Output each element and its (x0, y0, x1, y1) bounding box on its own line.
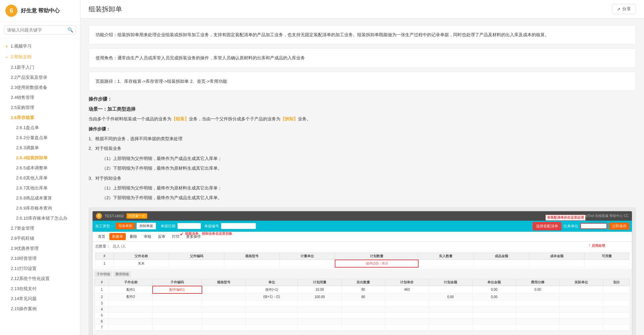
cell-product-amount (474, 260, 529, 267)
sidebar-item-install[interactable]: 2.2产品安装及登录 (11, 72, 80, 82)
intro-text-1: 功能介绍：组装拆卸单用来处理企业组装或拆卸等加工业务，支持有固定装配清单的产品加… (96, 31, 629, 39)
sidebar-item-cost-adjust[interactable]: 2.6.5成本调整单 (16, 163, 80, 173)
type-assembly-btn[interactable]: 组装单据 (116, 223, 135, 229)
table-row: 4 (95, 306, 630, 313)
sidebar-item-payment[interactable]: 2.13在线支付 (11, 284, 80, 294)
annotation-switch-label: 组装业务、拆卸业务在这里切换 (185, 231, 232, 236)
sub-tab-items[interactable]: 子件明细 (95, 271, 112, 277)
assembly-link[interactable]: 【组装】 (171, 116, 189, 121)
share-icon: ↗ (617, 7, 621, 12)
cell-cost-amount (529, 260, 584, 267)
col-unit: 计量单位 (280, 253, 335, 260)
app-window: 6 TEST-H002 同质量一次 AppTool 在线客服 帮助中心 CC 加… (92, 211, 632, 335)
nav-delete[interactable]: 删除 (127, 233, 140, 240)
col-product-amount: 成品金额 (474, 253, 529, 260)
search-icon[interactable]: 🔍 (67, 27, 73, 33)
nav-home[interactable]: 首页 (95, 233, 108, 240)
app-topbar-left: 6 TEST-H002 同质量一次 (96, 213, 147, 219)
col-spec: 规格型号 (224, 253, 280, 260)
warehouse-input[interactable] (580, 223, 607, 229)
share-button[interactable]: ↗ 分享 (612, 4, 636, 14)
window-header-left: 加工类型： 组装单据 拆卸单据 单据日期 2019-12-26 单据编号 AD-… (95, 223, 256, 229)
sidebar-item-inventory[interactable]: 2.6库存核算 (11, 113, 80, 123)
sidebar-item-custom[interactable]: 2.12系统个性化设置 (11, 274, 80, 284)
lower-table: # 子件名称 子件编码 规格型号 单位 计划用量 实出数量 计划单价 计划金额 (95, 279, 630, 331)
intro-block-1: 功能介绍：组装拆卸单用来处理企业组装或拆卸等加工业务，支持有固定装配清单的产品加… (89, 25, 636, 44)
sidebar-item-partial-stocktake[interactable]: 2.6.2分量盘点单 (16, 133, 80, 143)
app-type-select: 组装单据 拆卸单据 (116, 223, 156, 229)
date-input[interactable]: 2019-12-26 (177, 223, 201, 229)
sidebar-item-coupons[interactable]: 2.9优惠券管理 (11, 243, 80, 254)
table-row: 5 (95, 313, 630, 319)
sidebar-item-stocktake[interactable]: 2.6.1盘点单 (16, 123, 80, 133)
sidebar-item-data-prep[interactable]: 2.3使用前数据准备 (11, 82, 80, 93)
upper-table-area: # 父件名称 父件编码 规格型号 计量单位 计划数量 实入数量 成品金额 成本金… (93, 251, 632, 269)
billno-input[interactable]: AD-20191226-001 (221, 223, 256, 229)
sidebar-item-sales[interactable]: 2.4销售管理 (11, 93, 80, 103)
sidebar-item-help-docs[interactable]: − 2.帮助文档 (0, 52, 80, 62)
cell-unit (280, 260, 335, 267)
sidebar-item-operations[interactable]: 2.10经营管理 (11, 254, 80, 264)
cell-parent-name: 关木 (113, 260, 169, 267)
sub-tab-fee[interactable]: 费用明细 (113, 271, 131, 277)
form-annotation-area: 总数量： 总人 /人 ↙ 组装业务、拆卸业务在这里切换 ↑ 启用处理 (93, 242, 632, 251)
intro-text-2: 使用角色：通常由生产人员或库管人员完成拆装业务的操作，库管人员确认原材料的出库和… (96, 54, 629, 62)
sidebar-item-cost-recalc[interactable]: 2.6.8商品成本重算 (16, 193, 80, 203)
intro-block-3: 页面路径：1、库存核算->库存管理->组装拆卸单 2、首页->常用功能 (89, 72, 636, 91)
sidebar-item-faq[interactable]: 2.14常见问题 (11, 294, 80, 304)
table-row: 6 (95, 319, 630, 325)
app-nav-bar: 首页 新建单 删除 审核 反审 打印 更多操作 (93, 232, 632, 242)
table-row: 1 关木 按件(10)：/6.0 (96, 260, 629, 267)
nav-new[interactable]: 新建单 (109, 233, 126, 240)
screenshot-inner: 6 TEST-H002 同质量一次 AppTool 在线客服 帮助中心 CC 加… (89, 208, 636, 335)
step1-text: 1、根据不同的业务，选择不同单据的类型来处理 (89, 135, 636, 143)
sidebar-item-purchase[interactable]: 2.5采购管理 (11, 103, 80, 113)
app-topbar-text: TEST-H002 (105, 214, 124, 218)
sidebar-item-newuser[interactable]: 2.1新手入门 (11, 62, 80, 72)
lcol-plan-usage: 计划用量 (298, 279, 341, 286)
lcol-plan-price: 计划单价 (385, 279, 429, 286)
scene1-desc: 当由多个子件材料组装成一个成品的业务为【组装】业务，当由一个父件拆分成多个子产品… (89, 115, 636, 123)
sidebar-item-print[interactable]: 2.11打印设置 (11, 264, 80, 274)
sidebar-item-other-out[interactable]: 2.6.7其他出库单 (16, 183, 80, 193)
app-window-header: 加工类型： 组装单据 拆卸单据 单据日期 2019-12-26 单据编号 AD-… (93, 221, 632, 232)
window-header-right: 有装配清单的在这里处理 选择装配清单 往来单位 立即保存 (533, 222, 629, 230)
lcol-child-name: 子件名称 (109, 279, 153, 286)
sidebar-item-inventory-error[interactable]: 2.6.10库存账本错了怎么办 (16, 213, 80, 223)
sub-table-header: 子件明细 费用明细 (95, 271, 630, 277)
lcol-unit-amount: 单位金额 (472, 279, 516, 286)
search-area: 🔍 (0, 22, 80, 38)
content-area: 功能介绍：组装拆卸单用来处理企业组装或拆卸等加工业务，支持有固定装配清单的产品加… (80, 18, 644, 335)
sidebar-item-other-in[interactable]: 2.6.6其他入库单 (16, 173, 80, 183)
sidebar-item-transfer[interactable]: 2.6.3调拨单 (16, 143, 80, 153)
save-btn[interactable]: 立即保存 (609, 223, 629, 230)
cell-num: 1 (96, 260, 114, 267)
annotation-switch-arrow: ↙ (180, 231, 184, 236)
sidebar-item-cases[interactable]: 2.15操作案例 (11, 304, 80, 314)
disassembly-link[interactable]: 【拆卸】 (280, 116, 298, 121)
main-content: 组装拆卸单 ↗ 分享 功能介绍：组装拆卸单用来处理企业组装或拆卸等加工业务，支持… (80, 0, 644, 335)
type-disassembly-btn[interactable]: 拆卸单据 (137, 223, 156, 229)
table-row: 2 配件2 (按+1)：(1) 100.00 80 0.00 0.00 (95, 293, 630, 300)
col-cost-amount: 成本金额 (529, 253, 584, 260)
lcol-child-code: 子件编码 (153, 279, 202, 286)
total-qty-label: 总数量： (95, 244, 110, 249)
nav-approve[interactable]: 审核 (141, 233, 154, 240)
cell-parent-code (169, 260, 224, 267)
sidebar-item-inventory-query[interactable]: 2.6.9库存账本查询 (16, 203, 80, 213)
sidebar-item-funds[interactable]: 2.7资金管理 (11, 223, 80, 233)
col-available: 可用量 (585, 253, 629, 260)
lcol-plan-amount: 计划金额 (429, 279, 472, 286)
intro-text-3: 页面路径：1、库存核算->库存管理->组装拆卸单 2、首页->常用功能 (96, 77, 629, 85)
sidebar-item-mobile[interactable]: 2.8手机旺铺 (11, 233, 80, 243)
annotation-label-1: 有装配清单的在这里处理 (545, 215, 586, 221)
step2-text: 2、对于组装业务 (89, 145, 636, 152)
select-bom-btn[interactable]: 选择装配清单 (533, 222, 561, 230)
nav-unapprove[interactable]: 反审 (155, 233, 168, 240)
search-input[interactable] (7, 27, 67, 33)
cell-actual-in (418, 260, 474, 267)
table-row: 7 (95, 325, 630, 331)
sidebar-item-assembly[interactable]: 2.6.4组装拆卸单 (16, 153, 80, 163)
sidebar-item-video-learning[interactable]: + 1.视频学习 (0, 41, 80, 52)
scene1-title-text: 场景一：加工类型选择 (89, 106, 136, 112)
